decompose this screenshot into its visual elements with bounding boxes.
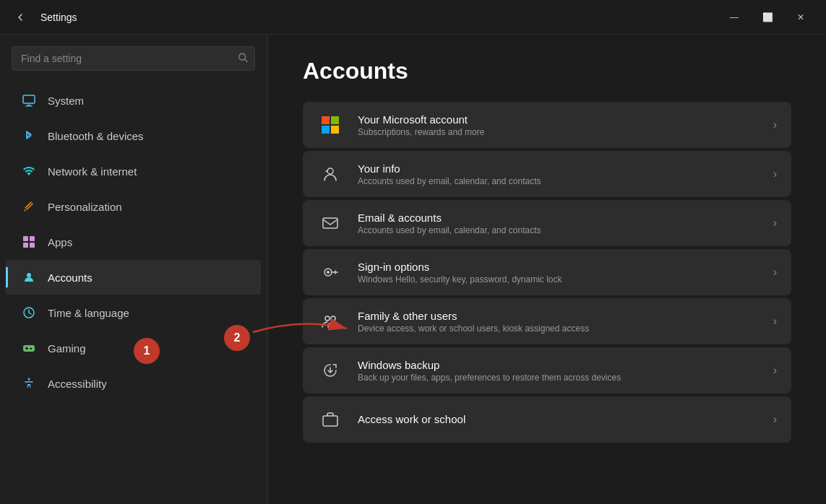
backup-chevron: ›: [773, 364, 777, 377]
window-controls: — ⬜ ✕: [718, 0, 817, 35]
sidebar-item-network[interactable]: Network & internet: [6, 154, 261, 188]
sidebar-item-accessibility[interactable]: Accessibility: [6, 366, 261, 401]
your-info-chevron: ›: [773, 168, 777, 181]
svg-rect-3: [27, 105, 31, 106]
svg-point-23: [331, 316, 335, 321]
sidebar-label-time: Time & language: [48, 307, 129, 319]
accounts-icon: [20, 269, 38, 286]
time-icon: [20, 304, 38, 321]
svg-rect-8: [30, 243, 35, 248]
microsoft-account-text: Your Microsoft account Subscriptions, re…: [358, 113, 759, 137]
sidebar-label-personalization: Personalization: [48, 201, 122, 213]
work-icon: [317, 407, 343, 433]
work-title: Access work or school: [358, 413, 759, 425]
your-info-subtitle: Accounts used by email, calendar, and co…: [358, 176, 759, 186]
sidebar-item-system[interactable]: System: [6, 83, 261, 118]
sidebar-label-system: System: [48, 95, 84, 107]
main-content: Accounts Your Microsoft account Subscrip…: [268, 35, 826, 504]
signin-text: Sign-in options Windows Hello, security …: [358, 261, 759, 284]
svg-point-22: [325, 316, 330, 321]
microsoft-account-title: Your Microsoft account: [358, 113, 759, 126]
back-button[interactable]: [9, 6, 32, 29]
sidebar-label-bluetooth: Bluetooth & devices: [48, 130, 144, 142]
backup-text: Windows backup Back up your files, apps,…: [358, 359, 759, 383]
search-input[interactable]: [12, 46, 255, 71]
svg-rect-24: [323, 416, 337, 426]
accessibility-icon: [20, 375, 38, 392]
page-title: Accounts: [303, 58, 791, 84]
svg-point-9: [27, 273, 31, 277]
svg-rect-19: [323, 218, 337, 228]
personalization-icon: [20, 198, 38, 215]
sidebar-item-apps[interactable]: Apps: [6, 225, 261, 259]
bluetooth-icon: [20, 127, 38, 144]
work-text: Access work or school: [358, 413, 759, 427]
sidebar-label-network: Network & internet: [48, 165, 137, 178]
sidebar: System Bluetooth & devices Network & int…: [0, 35, 267, 504]
signin-chevron: ›: [773, 266, 777, 279]
svg-rect-6: [30, 236, 35, 241]
minimize-button[interactable]: —: [718, 0, 751, 35]
svg-rect-14: [331, 116, 339, 124]
family-chevron: ›: [773, 315, 777, 328]
restore-button[interactable]: ⬜: [751, 0, 784, 35]
sidebar-label-apps: Apps: [48, 236, 72, 248]
email-icon: [317, 210, 343, 236]
settings-item-signin[interactable]: Sign-in options Windows Hello, security …: [303, 249, 791, 295]
svg-rect-11: [23, 345, 35, 352]
family-text: Family & other users Device access, work…: [358, 310, 759, 334]
your-info-text: Your info Accounts used by email, calend…: [358, 162, 759, 186]
sidebar-label-accessibility: Accessibility: [48, 378, 107, 390]
family-subtitle: Device access, work or school users, kio…: [358, 323, 759, 334]
title-bar: Settings — ⬜ ✕: [0, 0, 826, 35]
signin-subtitle: Windows Hello, security key, password, d…: [358, 274, 759, 284]
svg-point-12: [28, 378, 30, 381]
search-box: [12, 46, 255, 71]
backup-title: Windows backup: [358, 359, 759, 371]
work-chevron: ›: [773, 413, 777, 426]
microsoft-account-chevron: ›: [773, 118, 777, 131]
family-title: Family & other users: [358, 310, 759, 322]
sidebar-item-bluetooth[interactable]: Bluetooth & devices: [6, 118, 261, 153]
microsoft-account-subtitle: Subscriptions, rewards and more: [358, 127, 759, 137]
settings-item-backup[interactable]: Windows backup Back up your files, apps,…: [303, 347, 791, 394]
svg-rect-13: [322, 116, 330, 124]
svg-rect-15: [322, 126, 330, 134]
svg-rect-5: [23, 236, 28, 241]
app-layout: System Bluetooth & devices Network & int…: [0, 35, 826, 504]
family-icon: [317, 308, 343, 334]
settings-item-family[interactable]: Family & other users Device access, work…: [303, 298, 791, 344]
svg-rect-16: [331, 126, 339, 134]
email-title: Email & accounts: [358, 212, 759, 224]
svg-rect-2: [23, 95, 35, 103]
key-icon: [317, 259, 343, 285]
sidebar-item-accounts[interactable]: Accounts: [6, 260, 261, 295]
svg-point-17: [327, 168, 333, 174]
settings-item-your-info[interactable]: Your info Accounts used by email, calend…: [303, 151, 791, 197]
svg-rect-4: [25, 106, 33, 107]
apps-icon: [20, 233, 38, 251]
email-subtitle: Accounts used by email, calendar, and co…: [358, 225, 759, 235]
person-icon: [317, 161, 343, 187]
settings-item-work[interactable]: Access work or school ›: [303, 396, 791, 443]
backup-icon: [317, 357, 343, 383]
backup-subtitle: Back up your files, apps, preferences to…: [358, 373, 759, 383]
svg-rect-7: [23, 243, 28, 248]
sidebar-item-personalization[interactable]: Personalization: [6, 189, 261, 224]
app-title: Settings: [40, 12, 77, 23]
settings-list: Your Microsoft account Subscriptions, re…: [303, 102, 791, 443]
gaming-icon: [20, 339, 38, 357]
email-text: Email & accounts Accounts used by email,…: [358, 212, 759, 235]
settings-item-microsoft-account[interactable]: Your Microsoft account Subscriptions, re…: [303, 102, 791, 148]
your-info-title: Your info: [358, 162, 759, 175]
svg-point-21: [327, 271, 330, 274]
windows-icon: [317, 112, 343, 138]
system-icon: [20, 92, 38, 109]
sidebar-item-time[interactable]: Time & language: [6, 295, 261, 330]
sidebar-item-gaming[interactable]: Gaming: [6, 331, 261, 365]
close-button[interactable]: ✕: [784, 0, 817, 35]
settings-item-email[interactable]: Email & accounts Accounts used by email,…: [303, 200, 791, 246]
email-chevron: ›: [773, 217, 777, 230]
sidebar-label-accounts: Accounts: [48, 271, 93, 284]
sidebar-label-gaming: Gaming: [48, 342, 86, 355]
